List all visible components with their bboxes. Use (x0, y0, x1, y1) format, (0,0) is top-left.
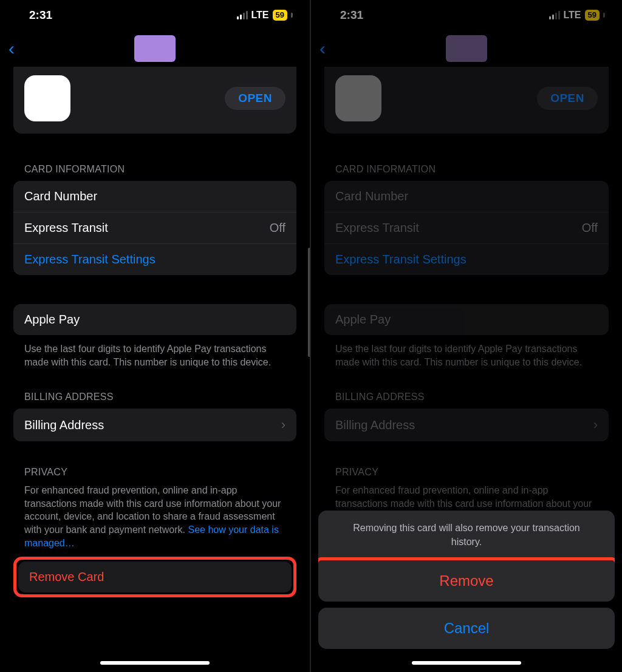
remove-highlight: Remove (318, 557, 615, 602)
network-label: LTE (251, 10, 269, 21)
apple-pay-group: Apple Pay (13, 304, 296, 335)
express-transit-value: Off (582, 221, 598, 235)
express-transit-settings-cell[interactable]: Express Transit Settings (324, 244, 609, 275)
back-button[interactable]: ‹ (320, 38, 326, 59)
status-right: LTE 59 (237, 10, 293, 21)
status-bar: 2:31 LTE 59 (311, 0, 622, 30)
express-transit-settings-label: Express Transit Settings (335, 253, 466, 266)
sheet-cancel-button[interactable]: Cancel (318, 608, 615, 649)
billing-address-label: Billing Address (24, 418, 104, 432)
privacy-footer: For enhanced fraud prevention, online an… (13, 484, 296, 549)
back-button[interactable]: ‹ (9, 38, 15, 59)
chevron-right-icon: › (593, 417, 598, 433)
sheet-remove-button[interactable]: Remove (318, 560, 615, 602)
privacy-header: PRIVACY (13, 467, 296, 478)
phone-left: 2:31 LTE 59 ‹ OPEN CARD INFORMATION Card… (0, 0, 311, 672)
battery-icon: 59 (273, 10, 287, 21)
action-sheet-bottom: Cancel (318, 608, 615, 649)
app-banner: OPEN (324, 67, 609, 134)
apple-pay-footer: Use the last four digits to identify App… (324, 342, 609, 368)
action-sheet: Removing this card will also remove your… (318, 511, 615, 655)
express-transit-label: Express Transit (335, 221, 419, 235)
express-transit-value: Off (270, 221, 285, 235)
home-indicator[interactable] (412, 661, 521, 665)
billing-address-cell[interactable]: Billing Address › (13, 409, 296, 441)
card-number-label: Card Number (24, 189, 97, 203)
express-transit-settings-cell[interactable]: Express Transit Settings (13, 244, 296, 275)
card-thumbnail (134, 35, 176, 62)
remove-card-highlight: Remove Card (13, 557, 296, 597)
apple-pay-label: Apple Pay (24, 313, 80, 327)
apple-pay-label: Apple Pay (335, 313, 391, 327)
remove-card-cell[interactable]: Remove Card (18, 562, 292, 592)
express-transit-cell[interactable]: Express Transit Off (13, 212, 296, 244)
billing-group: Billing Address › (324, 409, 609, 441)
privacy-header: PRIVACY (324, 467, 609, 478)
battery-tip-icon (291, 13, 293, 18)
card-number-label: Card Number (335, 189, 408, 203)
card-info-header: CARD INFORMATION (13, 164, 296, 175)
open-button[interactable]: OPEN (225, 87, 285, 110)
card-thumbnail (446, 35, 487, 62)
status-time: 2:31 (29, 8, 52, 22)
status-right: LTE 59 (549, 10, 606, 21)
open-button[interactable]: OPEN (537, 87, 598, 110)
card-info-group: Card Number Express Transit Off Express … (13, 181, 296, 275)
content: OPEN CARD INFORMATION Card Number Expres… (0, 67, 310, 672)
network-label: LTE (564, 10, 581, 21)
card-info-group: Card Number Express Transit Off Express … (324, 181, 609, 275)
express-transit-settings-label: Express Transit Settings (24, 253, 156, 266)
action-sheet-top: Removing this card will also remove your… (318, 511, 615, 602)
billing-group: Billing Address › (13, 409, 296, 441)
express-transit-cell[interactable]: Express Transit Off (324, 212, 609, 244)
billing-address-label: Billing Address (335, 418, 415, 432)
app-banner: OPEN (13, 67, 296, 134)
sheet-message: Removing this card will also remove your… (318, 511, 615, 560)
battery-tip-icon (603, 13, 605, 18)
billing-header: BILLING ADDRESS (324, 392, 609, 402)
home-indicator[interactable] (100, 661, 210, 665)
signal-icon (549, 11, 560, 19)
apple-pay-group: Apple Pay (324, 304, 609, 335)
remove-card-label: Remove Card (29, 570, 104, 584)
nav-bar: ‹ (0, 30, 310, 67)
phone-right: 2:31 LTE 59 ‹ OPEN CARD INFORMATION Card… (311, 0, 622, 672)
content: OPEN CARD INFORMATION Card Number Expres… (311, 67, 622, 672)
billing-header: BILLING ADDRESS (13, 392, 296, 402)
status-time: 2:31 (340, 8, 363, 22)
status-bar: 2:31 LTE 59 (0, 0, 310, 30)
apple-pay-footer: Use the last four digits to identify App… (13, 342, 296, 368)
nav-bar: ‹ (311, 30, 622, 67)
battery-icon: 59 (585, 10, 600, 21)
signal-icon (237, 11, 248, 19)
chevron-right-icon: › (281, 417, 285, 433)
express-transit-label: Express Transit (24, 221, 108, 235)
card-number-cell[interactable]: Card Number (324, 181, 609, 212)
app-icon (335, 75, 381, 121)
apple-pay-cell[interactable]: Apple Pay (324, 304, 609, 335)
scroll-indicator (308, 248, 310, 357)
billing-address-cell[interactable]: Billing Address › (324, 409, 609, 441)
card-number-cell[interactable]: Card Number (13, 181, 296, 212)
apple-pay-cell[interactable]: Apple Pay (13, 304, 296, 335)
remove-card-group: Remove Card (18, 562, 292, 592)
card-info-header: CARD INFORMATION (324, 164, 609, 175)
app-icon (24, 75, 70, 121)
